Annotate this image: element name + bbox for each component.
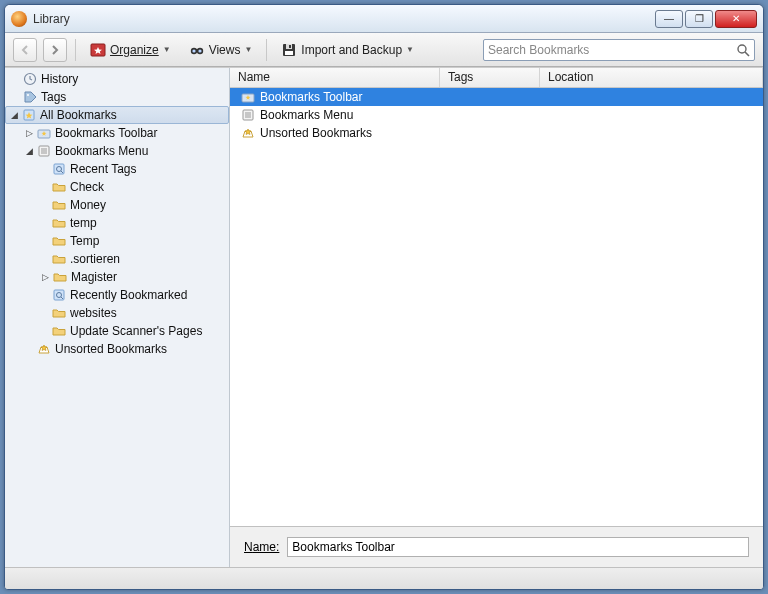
svg-rect-10: [285, 51, 293, 55]
tree-item-folder-money[interactable]: Money: [5, 196, 229, 214]
bookmark-list[interactable]: Bookmarks Toolbar Bookmarks Menu Unsorte…: [230, 88, 763, 526]
maximize-button[interactable]: ❐: [685, 10, 713, 28]
toolbar: Organize ▼ Views ▼ Import and Backup ▼: [5, 33, 763, 67]
bookmarks-icon: [21, 107, 37, 123]
tree-label: All Bookmarks: [40, 108, 117, 122]
arrow-right-icon: [49, 44, 61, 56]
chevron-down-icon: ▼: [406, 45, 414, 54]
expander-icon[interactable]: ▷: [39, 272, 52, 282]
titlebar[interactable]: Library — ❐ ✕: [5, 5, 763, 33]
expander-icon[interactable]: ◢: [23, 146, 36, 156]
tree-label: Money: [70, 198, 106, 212]
floppy-icon: [281, 42, 297, 58]
tree-item-recent-tags[interactable]: Recent Tags: [5, 160, 229, 178]
detail-pane: Name:: [230, 526, 763, 567]
tree-item-all-bookmarks[interactable]: ◢ All Bookmarks: [5, 106, 229, 124]
tree-item-bookmarks-toolbar[interactable]: ▷ Bookmarks Toolbar: [5, 124, 229, 142]
views-label: Views: [209, 43, 241, 57]
tree-item-folder-check[interactable]: Check: [5, 178, 229, 196]
tree-label: Check: [70, 180, 104, 194]
chevron-down-icon: ▼: [244, 45, 252, 54]
binoculars-icon: [189, 42, 205, 58]
menu-folder-icon: [36, 143, 52, 159]
toolbar-folder-icon: [240, 89, 256, 105]
svg-marker-29: [41, 345, 47, 351]
column-headers[interactable]: Name Tags Location: [230, 68, 763, 88]
tree-item-tags[interactable]: Tags: [5, 88, 229, 106]
arrow-left-icon: [19, 44, 31, 56]
tree-label: History: [41, 72, 78, 86]
svg-point-5: [192, 49, 195, 52]
tag-icon: [22, 89, 38, 105]
folder-icon: [51, 197, 67, 213]
search-icon: [736, 43, 750, 57]
expander-icon[interactable]: ▷: [23, 128, 36, 138]
organize-icon: [90, 42, 106, 58]
folder-icon: [51, 251, 67, 267]
tree-item-unsorted-bookmarks[interactable]: Unsorted Bookmarks: [5, 340, 229, 358]
folder-icon: [51, 305, 67, 321]
folder-icon: [51, 179, 67, 195]
tree-item-folder-sortieren[interactable]: .sortieren: [5, 250, 229, 268]
search-input[interactable]: [488, 43, 736, 57]
close-button[interactable]: ✕: [715, 10, 757, 28]
firefox-icon: [11, 11, 27, 27]
main-pane: Name Tags Location Bookmarks Toolbar Boo…: [230, 68, 763, 567]
minimize-button[interactable]: —: [655, 10, 683, 28]
tree-label: Update Scanner's Pages: [70, 324, 202, 338]
tree-label: temp: [70, 216, 97, 230]
unsorted-icon: [240, 125, 256, 141]
content-area: History Tags ◢ All Bookmarks ▷ Bookmarks…: [5, 67, 763, 567]
svg-point-14: [27, 94, 29, 96]
list-row-unsorted-bookmarks[interactable]: Unsorted Bookmarks: [230, 124, 763, 142]
organize-label: Organize: [110, 43, 159, 57]
svg-line-12: [745, 52, 749, 56]
list-row-bookmarks-menu[interactable]: Bookmarks Menu: [230, 106, 763, 124]
folder-icon: [51, 323, 67, 339]
unsorted-icon: [36, 341, 52, 357]
smart-folder-icon: [51, 287, 67, 303]
forward-button[interactable]: [43, 38, 67, 62]
col-tags[interactable]: Tags: [440, 68, 540, 87]
tree-label: Magister: [71, 270, 117, 284]
menu-folder-icon: [240, 107, 256, 123]
col-location[interactable]: Location: [540, 68, 763, 87]
row-label: Bookmarks Menu: [260, 108, 353, 122]
tree-item-history[interactable]: History: [5, 70, 229, 88]
detail-name-input[interactable]: [287, 537, 749, 557]
tree-label: Bookmarks Toolbar: [55, 126, 158, 140]
list-row-bookmarks-toolbar[interactable]: Bookmarks Toolbar: [230, 88, 763, 106]
detail-name-label: Name:: [244, 540, 279, 554]
expander-icon[interactable]: ◢: [8, 110, 21, 120]
import-backup-label: Import and Backup: [301, 43, 402, 57]
tree-item-bookmarks-menu[interactable]: ◢ Bookmarks Menu: [5, 142, 229, 160]
back-button[interactable]: [13, 38, 37, 62]
folder-icon: [52, 269, 68, 285]
tree-label: Tags: [41, 90, 66, 104]
tree-label: websites: [70, 306, 117, 320]
tree-label: Bookmarks Menu: [55, 144, 148, 158]
tree-item-folder-temp1[interactable]: temp: [5, 214, 229, 232]
chevron-down-icon: ▼: [163, 45, 171, 54]
tree-item-folder-temp2[interactable]: Temp: [5, 232, 229, 250]
folder-icon: [51, 215, 67, 231]
sidebar-tree[interactable]: History Tags ◢ All Bookmarks ▷ Bookmarks…: [5, 68, 230, 567]
toolbar-folder-icon: [36, 125, 52, 141]
tree-label: Temp: [70, 234, 99, 248]
col-name[interactable]: Name: [230, 68, 440, 87]
window-title: Library: [33, 12, 655, 26]
search-box[interactable]: [483, 39, 755, 61]
tree-item-folder-update-scanner[interactable]: Update Scanner's Pages: [5, 322, 229, 340]
organize-menu[interactable]: Organize ▼: [84, 39, 177, 61]
tree-item-recently-bookmarked[interactable]: Recently Bookmarked: [5, 286, 229, 304]
clock-icon: [22, 71, 38, 87]
import-backup-menu[interactable]: Import and Backup ▼: [275, 39, 420, 61]
views-menu[interactable]: Views ▼: [183, 39, 259, 61]
svg-point-11: [738, 45, 746, 53]
tree-item-folder-magister[interactable]: ▷ Magister: [5, 268, 229, 286]
tree-item-folder-websites[interactable]: websites: [5, 304, 229, 322]
row-label: Unsorted Bookmarks: [260, 126, 372, 140]
smart-folder-icon: [51, 161, 67, 177]
row-label: Bookmarks Toolbar: [260, 90, 363, 104]
window-buttons: — ❐ ✕: [655, 10, 757, 28]
